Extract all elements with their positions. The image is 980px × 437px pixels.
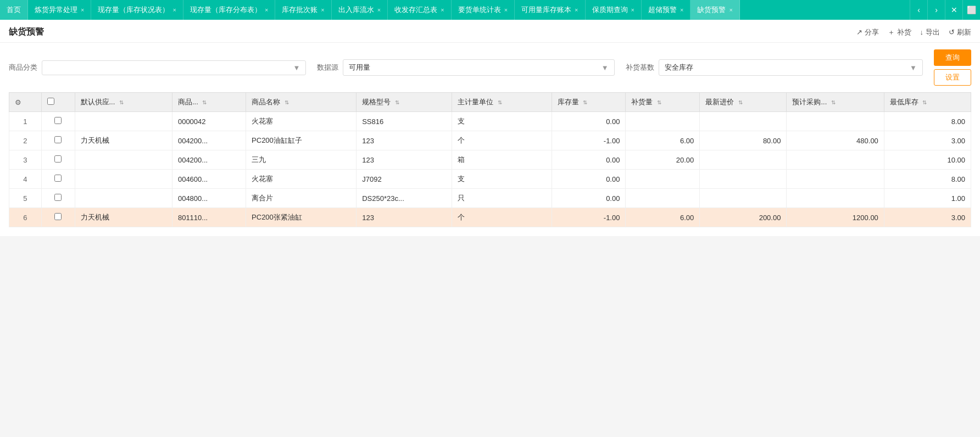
row-spec-5: DS250*23c... bbox=[357, 189, 452, 208]
row-checkbox-6[interactable] bbox=[41, 208, 75, 227]
row-estimated-2: 480.00 bbox=[787, 131, 884, 150]
sort-min-stock-icon[interactable]: ⇅ bbox=[922, 99, 927, 105]
sort-price-icon[interactable]: ⇅ bbox=[738, 99, 743, 105]
refresh-icon: ↺ bbox=[949, 28, 955, 36]
nav-tab-4[interactable]: 库存批次账 × bbox=[275, 0, 331, 20]
close-tab-2-icon[interactable]: × bbox=[172, 7, 176, 13]
row-num-2: 2 bbox=[9, 131, 42, 150]
sort-estimated-icon[interactable]: ⇅ bbox=[831, 99, 836, 105]
row-unit-4: 支 bbox=[452, 170, 552, 189]
row-stock-2: -1.00 bbox=[552, 131, 626, 150]
row-stock-5: 0.00 bbox=[552, 189, 626, 208]
row-estimated-6: 1200.00 bbox=[787, 208, 884, 227]
nav-tab-9[interactable]: 保质期查询 × bbox=[586, 0, 642, 20]
query-button[interactable]: 查询 bbox=[934, 49, 971, 66]
row-checkbox-2[interactable] bbox=[41, 131, 75, 150]
export-icon: ↓ bbox=[920, 28, 924, 36]
nav-tab-home[interactable]: 首页 bbox=[0, 0, 28, 20]
refresh-button[interactable]: ↺ 刷新 bbox=[949, 27, 971, 37]
data-table: ⚙ 默认供应... ⇅ 商品... ⇅ 商品名称 ⇅ bbox=[9, 92, 971, 227]
category-select[interactable]: ▼ bbox=[42, 60, 306, 75]
close-tab-8-icon[interactable]: × bbox=[575, 7, 578, 13]
row-checkbox-1[interactable] bbox=[41, 112, 75, 131]
nav-prev-button[interactable]: ‹ bbox=[910, 0, 927, 20]
row-restock-5 bbox=[626, 189, 700, 208]
close-tab-10-icon[interactable]: × bbox=[680, 7, 683, 13]
row-code-5: 004800... bbox=[172, 189, 246, 208]
filter-group-datasource: 数据源 可用量 ▼ bbox=[317, 59, 614, 76]
close-tab-5-icon[interactable]: × bbox=[377, 7, 381, 13]
close-tab-7-icon[interactable]: × bbox=[504, 7, 508, 13]
row-checkbox-4[interactable] bbox=[41, 170, 75, 189]
settings-button[interactable]: 设置 bbox=[934, 69, 971, 86]
row-checkbox-3[interactable] bbox=[41, 150, 75, 170]
sort-name-icon[interactable]: ⇅ bbox=[285, 99, 289, 105]
restock-base-dropdown-icon: ▼ bbox=[910, 64, 917, 72]
row-check-4[interactable] bbox=[54, 175, 62, 182]
row-name-2: PC200油缸缸子 bbox=[246, 131, 357, 150]
nav-tab-6[interactable]: 收发存汇总表 × bbox=[388, 0, 451, 20]
table-header-row: ⚙ 默认供应... ⇅ 商品... ⇅ 商品名称 ⇅ bbox=[9, 93, 971, 112]
sort-supplier-icon[interactable]: ⇅ bbox=[119, 99, 124, 105]
row-check-2[interactable] bbox=[54, 136, 62, 143]
share-icon: ↗ bbox=[856, 28, 862, 36]
row-num-6: 6 bbox=[9, 208, 42, 227]
sort-spec-icon[interactable]: ⇅ bbox=[395, 99, 399, 105]
col-setting[interactable]: ⚙ bbox=[9, 93, 42, 112]
row-code-1: 0000042 bbox=[172, 112, 246, 131]
nav-maximize-button[interactable]: ⬜ bbox=[962, 0, 980, 20]
row-estimated-1 bbox=[787, 112, 884, 131]
settings-gear-icon[interactable]: ⚙ bbox=[15, 98, 21, 107]
nav-tab-7[interactable]: 要货单统计表 × bbox=[452, 0, 515, 20]
nav-controls: ‹ › ✕ ⬜ bbox=[910, 0, 980, 20]
row-min-stock-1: 8.00 bbox=[884, 112, 971, 131]
row-num-1: 1 bbox=[9, 112, 42, 131]
row-check-5[interactable] bbox=[54, 194, 62, 201]
sort-unit-icon[interactable]: ⇅ bbox=[498, 99, 502, 105]
sort-stock-icon[interactable]: ⇅ bbox=[583, 99, 587, 105]
nav-tab-8[interactable]: 可用量库存账本 × bbox=[515, 0, 585, 20]
nav-next-button[interactable]: › bbox=[927, 0, 945, 20]
nav-tab-11[interactable]: 缺货预警 × bbox=[691, 0, 739, 20]
row-min-stock-6: 3.00 bbox=[884, 208, 971, 227]
row-supplier-1 bbox=[75, 112, 172, 131]
row-estimated-3 bbox=[787, 150, 884, 170]
page-title: 缺货预警 bbox=[9, 26, 44, 38]
row-code-4: 004600... bbox=[172, 170, 246, 189]
nav-tab-10[interactable]: 超储预警 × bbox=[642, 0, 691, 20]
row-name-3: 三九 bbox=[246, 150, 357, 170]
row-unit-2: 个 bbox=[452, 131, 552, 150]
row-price-6: 200.00 bbox=[700, 208, 787, 227]
sort-restock-icon[interactable]: ⇅ bbox=[657, 99, 661, 105]
nav-tab-5[interactable]: 出入库流水 × bbox=[332, 0, 388, 20]
row-checkbox-5[interactable] bbox=[41, 189, 75, 208]
nav-tab-3[interactable]: 现存量（库存分布表） × bbox=[183, 0, 275, 20]
close-tab-4-icon[interactable]: × bbox=[321, 7, 324, 13]
close-tab-9-icon[interactable]: × bbox=[631, 7, 634, 13]
restock-base-select[interactable]: 安全库存 ▼ bbox=[659, 59, 923, 76]
row-supplier-3 bbox=[75, 150, 172, 170]
close-tab-1-icon[interactable]: × bbox=[81, 7, 84, 13]
restock-button[interactable]: ＋ 补货 bbox=[888, 27, 911, 37]
share-button[interactable]: ↗ 分享 bbox=[856, 27, 879, 37]
select-all-checkbox[interactable] bbox=[47, 98, 54, 105]
row-restock-6: 6.00 bbox=[626, 208, 700, 227]
row-check-6[interactable] bbox=[54, 213, 62, 220]
nav-close-button[interactable]: ✕ bbox=[945, 0, 962, 20]
close-tab-11-icon[interactable]: × bbox=[729, 7, 732, 13]
row-check-1[interactable] bbox=[54, 117, 62, 124]
row-restock-3: 20.00 bbox=[626, 150, 700, 170]
datasource-select[interactable]: 可用量 ▼ bbox=[343, 59, 614, 76]
table-row: 4 004600... 火花塞 J7092 支 0.00 8.00 bbox=[9, 170, 971, 189]
row-supplier-2: 力天机械 bbox=[75, 131, 172, 150]
row-num-4: 4 bbox=[9, 170, 42, 189]
close-tab-6-icon[interactable]: × bbox=[441, 7, 444, 13]
sort-code-icon[interactable]: ⇅ bbox=[202, 99, 207, 105]
row-name-5: 离合片 bbox=[246, 189, 357, 208]
row-spec-2: 123 bbox=[357, 131, 452, 150]
nav-tab-1[interactable]: 炼货异常处理 × bbox=[28, 0, 91, 20]
close-tab-3-icon[interactable]: × bbox=[265, 7, 268, 13]
nav-tab-2[interactable]: 现存量（库存状况表） × bbox=[91, 0, 183, 20]
export-button[interactable]: ↓ 导出 bbox=[920, 27, 940, 37]
row-check-3[interactable] bbox=[54, 155, 62, 163]
